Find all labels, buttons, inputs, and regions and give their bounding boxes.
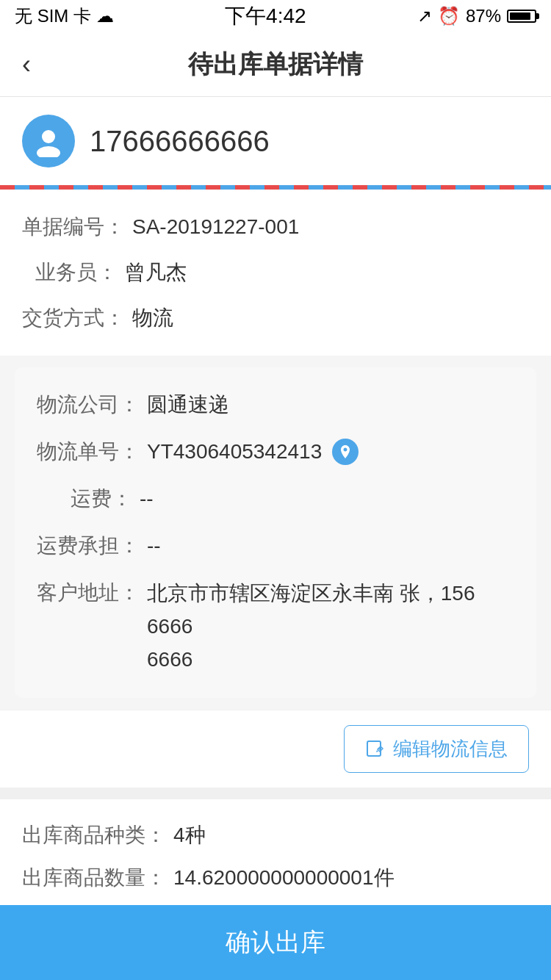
battery-fill (510, 12, 530, 20)
tracking-number: YT4306405342413 (147, 436, 322, 467)
staff-label: 业务员： (22, 257, 118, 288)
contact-header: 17666666666 (0, 97, 551, 185)
edit-btn-label: 编辑物流信息 (393, 736, 508, 762)
logistics-tracking-value: YT4306405342413 (147, 436, 514, 467)
goods-quantity-value: 14.620000000000001件 (173, 864, 395, 892)
logistics-company-value: 圆通速递 (147, 389, 514, 420)
logistics-tracking-label: 物流单号： (37, 436, 140, 467)
doc-number-label: 单据编号： (22, 212, 125, 242)
freight-row: 运费： -- (37, 483, 514, 514)
staff-value: 曾凡杰 (125, 257, 529, 288)
logistics-card: 物流公司： 圆通速递 物流单号： YT4306405342413 运费： -- … (15, 367, 536, 698)
logistics-company-row: 物流公司： 圆通速递 (37, 389, 514, 420)
pin-svg (337, 444, 353, 460)
freight-label: 运费： (37, 483, 132, 514)
doc-number-row: 单据编号： SA-20191227-001 (22, 212, 529, 242)
alarm-icon: ⏰ (438, 6, 460, 26)
avatar-icon (32, 125, 65, 157)
address-label: 客户地址： (37, 577, 140, 608)
goods-type-label: 出库商品种类： (22, 821, 166, 849)
freight-bearer-row: 运费承担： -- (37, 530, 514, 561)
edit-logistics-button[interactable]: 编辑物流信息 (344, 725, 529, 773)
confirm-btn-container[interactable]: 确认出库 (0, 905, 551, 980)
sim-text: 无 SIM 卡 ☁ (15, 4, 114, 28)
doc-number-value: SA-20191227-001 (132, 212, 529, 242)
status-time: 下午4:42 (225, 2, 306, 30)
confirm-btn-label: 确认出库 (226, 928, 325, 956)
goods-quantity-label: 出库商品数量： (22, 864, 166, 892)
goods-section: 出库商品种类： 4种 出库商品数量： 14.620000000000001件 (0, 799, 551, 921)
status-left: 无 SIM 卡 ☁ (15, 4, 114, 28)
edit-btn-row: 编辑物流信息 (0, 710, 551, 788)
svg-point-0 (42, 130, 55, 143)
status-bar: 无 SIM 卡 ☁ 下午4:42 ↗ ⏰ 87% (0, 0, 551, 32)
address-value: 北京市市辖区海淀区永丰南 张，156 66666666 (147, 577, 514, 676)
delivery-label: 交货方式： (22, 303, 125, 334)
goods-type-value: 4种 (173, 821, 206, 849)
address-row: 客户地址： 北京市市辖区海淀区永丰南 张，156 66666666 (37, 577, 514, 676)
logistics-tracking-row: 物流单号： YT4306405342413 (37, 436, 514, 467)
goods-quantity-row: 出库商品数量： 14.620000000000001件 (22, 864, 529, 892)
freight-bearer-value: -- (147, 530, 514, 561)
back-button[interactable]: ‹ (22, 49, 31, 80)
status-right: ↗ ⏰ 87% (417, 6, 536, 26)
svg-point-1 (37, 146, 60, 157)
avatar (22, 115, 75, 167)
phone-number: 17666666666 (90, 125, 270, 158)
edit-icon (365, 739, 386, 760)
battery-text: 87% (466, 6, 501, 26)
logistics-company-label: 物流公司： (37, 389, 140, 420)
staff-row: 业务员： 曾凡杰 (22, 257, 529, 288)
freight-value: -- (140, 483, 514, 514)
location-status-icon: ↗ (417, 6, 432, 26)
section-divider (0, 788, 551, 799)
goods-type-row: 出库商品种类： 4种 (22, 821, 529, 849)
delivery-value: 物流 (132, 303, 529, 334)
nav-bar: ‹ 待出库单据详情 (0, 32, 551, 97)
page-title: 待出库单据详情 (188, 48, 363, 82)
freight-bearer-label: 运费承担： (37, 530, 140, 561)
map-pin-icon[interactable] (332, 439, 359, 465)
doc-info-section: 单据编号： SA-20191227-001 业务员： 曾凡杰 交货方式： 物流 (0, 190, 551, 356)
delivery-row: 交货方式： 物流 (22, 303, 529, 334)
battery-icon (507, 10, 536, 23)
